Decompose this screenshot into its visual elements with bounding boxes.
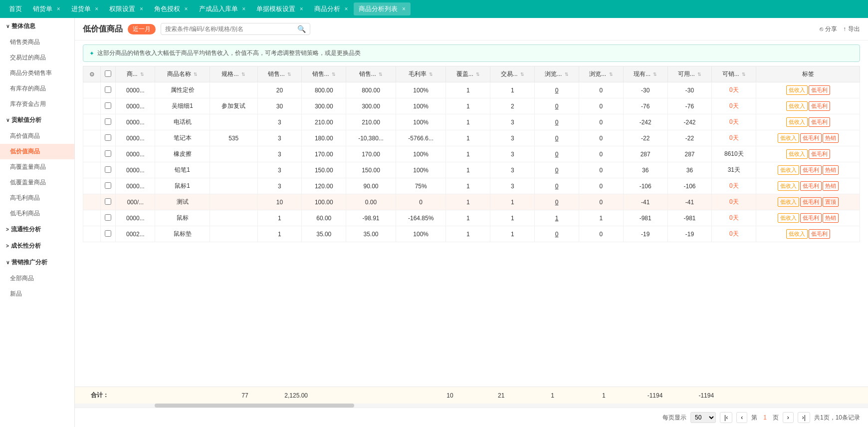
row-view1[interactable]: 0 — [535, 178, 579, 194]
view1-link[interactable]: 0 — [555, 199, 559, 206]
sidebar-group-circulation[interactable]: > 流通性分析 — [0, 221, 74, 238]
row-view1[interactable]: 0 — [535, 162, 579, 178]
close-icon[interactable]: × — [140, 5, 143, 12]
name-column-header[interactable]: 商品名称 ⇅ — [155, 66, 210, 82]
nav-analysis[interactable]: 商品分析 × — [309, 2, 353, 15]
view1-link[interactable]: 0 — [555, 167, 559, 174]
select-all-checkbox[interactable] — [105, 70, 111, 77]
row-settings[interactable] — [83, 178, 101, 194]
row-view1[interactable]: 0 — [535, 226, 579, 242]
sidebar-item-capital[interactable]: 库存资金占用 — [0, 96, 74, 112]
scrollbar-area[interactable] — [75, 404, 868, 408]
sales-amount-column-header[interactable]: 销售... ⇅ — [302, 66, 346, 82]
view1-column-header[interactable]: 浏览... ⇅ — [535, 66, 579, 82]
prev-page-btn[interactable]: ‹ — [736, 412, 747, 423]
sidebar-item-high-profit[interactable]: 高毛利商品 — [0, 190, 74, 206]
sidebar-group-growth[interactable]: > 成长性分析 — [0, 238, 74, 254]
code-column-header[interactable]: 商... ⇅ — [116, 66, 155, 82]
row-settings[interactable] — [83, 130, 101, 146]
row-view1[interactable]: 0 — [535, 194, 579, 210]
row-settings[interactable] — [83, 82, 101, 98]
search-input[interactable] — [165, 25, 297, 32]
available-column-header[interactable]: 可用... ⇅ — [667, 66, 712, 82]
gross-rate-column-header[interactable]: 毛利率 ⇅ — [396, 66, 446, 82]
sales-profit-column-header[interactable]: 销售... ⇅ — [346, 66, 396, 82]
view1-link[interactable]: 0 — [555, 183, 559, 190]
row-settings[interactable] — [83, 98, 101, 114]
close-icon[interactable]: × — [57, 5, 60, 12]
view1-link[interactable]: 0 — [555, 151, 559, 158]
trade-column-header[interactable]: 交易... ⇅ — [490, 66, 535, 82]
time-filter-btn[interactable]: 近一月 — [128, 24, 156, 34]
close-icon[interactable]: × — [402, 5, 406, 12]
row-settings[interactable] — [83, 226, 101, 242]
search-icon[interactable]: 🔍 — [297, 25, 306, 33]
row-view1[interactable]: 0 — [535, 130, 579, 146]
row-checkbox-cell[interactable] — [101, 146, 116, 162]
row-checkbox-cell[interactable] — [101, 98, 116, 114]
coverage-column-header[interactable]: 覆盖... ⇅ — [446, 66, 490, 82]
nav-sales[interactable]: 销货单 × — [28, 2, 65, 15]
sidebar-item-low-coverage[interactable]: 低覆盖量商品 — [0, 175, 74, 190]
nav-purchase[interactable]: 进货单 × — [66, 2, 104, 15]
row-checkbox[interactable] — [105, 102, 111, 109]
row-view1[interactable]: 0 — [535, 98, 579, 114]
row-settings[interactable] — [83, 114, 101, 130]
nav-template[interactable]: 单据模板设置 × — [251, 2, 308, 15]
view2-column-header[interactable]: 浏览... ⇅ — [579, 66, 623, 82]
close-icon[interactable]: × — [95, 5, 98, 12]
view1-link[interactable]: 0 — [555, 119, 559, 126]
view1-link[interactable]: 1 — [555, 215, 559, 222]
close-icon[interactable]: × — [344, 5, 348, 12]
row-checkbox[interactable] — [105, 86, 111, 93]
sales-qty-column-header[interactable]: 销售... ⇅ — [257, 66, 302, 82]
close-icon[interactable]: × — [185, 5, 188, 12]
nav-roles[interactable]: 角色授权 × — [149, 2, 193, 15]
last-page-btn[interactable]: ›| — [798, 412, 810, 423]
sidebar-item-new-goods[interactable]: 新品 — [0, 286, 74, 302]
sidebar-item-low-value[interactable]: 低价值商品 — [0, 144, 74, 159]
export-btn[interactable]: ↑ 导出 — [843, 25, 860, 33]
row-checkbox[interactable] — [105, 118, 111, 125]
row-view1[interactable]: 0 — [535, 82, 579, 98]
row-checkbox[interactable] — [105, 198, 111, 205]
view1-link[interactable]: 0 — [555, 87, 559, 94]
current-column-header[interactable]: 现有... ⇅ — [623, 66, 667, 82]
row-checkbox-cell[interactable] — [101, 162, 116, 178]
sidebar-item-inventory-goods[interactable]: 有库存的商品 — [0, 81, 74, 96]
sidebar-item-all-goods[interactable]: 全部商品 — [0, 271, 74, 286]
row-checkbox-cell[interactable] — [101, 82, 116, 98]
row-checkbox-cell[interactable] — [101, 114, 116, 130]
first-page-btn[interactable]: |‹ — [720, 412, 732, 423]
row-checkbox-cell[interactable] — [101, 210, 116, 226]
sidebar-group-overall[interactable]: ∨ 整体信息 — [0, 18, 74, 34]
sidebar-group-contribution[interactable]: ∨ 贡献值分析 — [0, 112, 74, 128]
row-checkbox[interactable] — [105, 230, 111, 237]
sidebar-item-sales-goods[interactable]: 销售类商品 — [0, 34, 74, 50]
nav-home[interactable]: 首页 — [4, 2, 27, 15]
row-settings[interactable] — [83, 146, 101, 162]
row-checkbox[interactable] — [105, 134, 111, 141]
row-view1[interactable]: 0 — [535, 114, 579, 130]
sidebar-item-high-value[interactable]: 高价值商品 — [0, 128, 74, 144]
nav-analysis-list[interactable]: 商品分析列表 × — [354, 2, 411, 15]
sidebar-item-high-coverage[interactable]: 高覆盖量商品 — [0, 159, 74, 175]
share-btn[interactable]: ⎋ 分享 — [820, 25, 837, 33]
row-checkbox-cell[interactable] — [101, 226, 116, 242]
view1-link[interactable]: 0 — [555, 135, 559, 142]
row-checkbox[interactable] — [105, 214, 111, 221]
sidebar-item-low-profit[interactable]: 低毛利商品 — [0, 206, 74, 221]
nav-permissions[interactable]: 权限设置 × — [104, 2, 148, 15]
settings-column-header[interactable]: ⚙ — [83, 66, 101, 82]
row-settings[interactable] — [83, 194, 101, 210]
sidebar-group-marketing[interactable]: ∨ 营销推广分析 — [0, 254, 74, 271]
row-checkbox[interactable] — [105, 182, 111, 189]
row-settings[interactable] — [83, 210, 101, 226]
close-icon[interactable]: × — [242, 5, 245, 12]
scrollbar-thumb[interactable] — [155, 404, 354, 408]
table-wrapper[interactable]: ⚙ 商... ⇅ 商品名称 ⇅ 规格... ⇅ 销售... ⇅ 销售... ⇅ … — [83, 66, 860, 387]
nav-product-in[interactable]: 产成品入库单 × — [194, 2, 251, 15]
row-checkbox[interactable] — [105, 166, 111, 173]
close-icon[interactable]: × — [300, 5, 303, 12]
row-view1[interactable]: 1 — [535, 210, 579, 226]
